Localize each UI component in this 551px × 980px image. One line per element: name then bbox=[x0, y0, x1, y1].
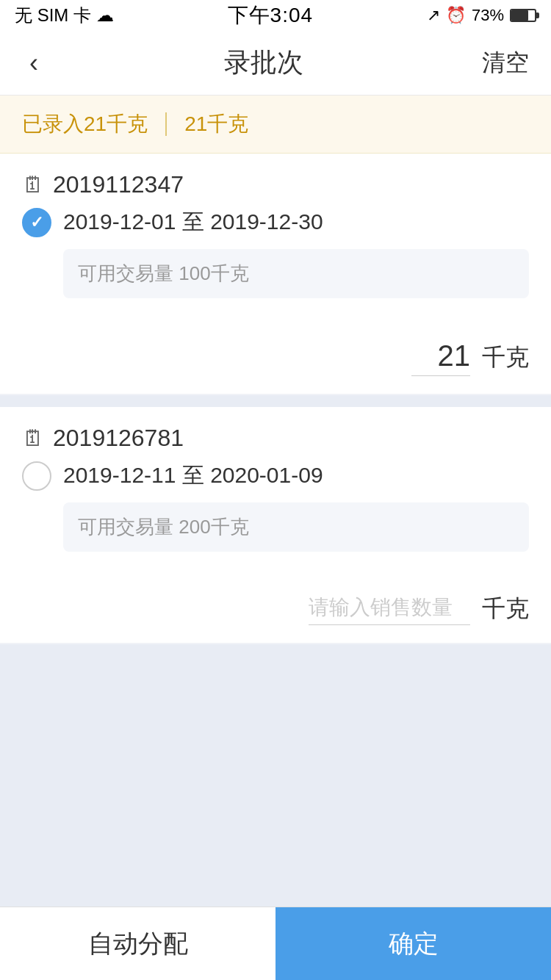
location-icon: ↗ bbox=[427, 6, 440, 25]
bottom-bar: 自动分配 确定 bbox=[0, 907, 551, 980]
batch1-card: 🗓 2019112347 2019-12-01 至 2019-12-30 可用交… bbox=[0, 154, 551, 394]
back-button[interactable]: ‹ bbox=[22, 40, 46, 86]
status-bar: 无 SIM 卡 ☁ 下午3:04 ↗ ⏰ 73% bbox=[0, 0, 551, 31]
total-amount: 21千克 bbox=[184, 110, 248, 138]
batch1-stock-box: 可用交易量 100千克 bbox=[63, 249, 529, 298]
alarm-icon: ⏰ bbox=[446, 6, 466, 25]
clear-button[interactable]: 清空 bbox=[482, 47, 529, 79]
batch2-quantity-input[interactable]: 请输入销售数量 bbox=[309, 594, 470, 625]
battery-percent: 73% bbox=[472, 6, 504, 25]
batch2-date: 2019-12-11 至 2020-01-09 bbox=[63, 461, 323, 491]
batch2-quantity-placeholder: 请输入销售数量 bbox=[309, 596, 453, 619]
empty-content-area bbox=[0, 644, 551, 938]
batch1-quantity-row: 21 千克 bbox=[0, 328, 551, 394]
batch1-quantity-value[interactable]: 21 bbox=[411, 339, 470, 376]
status-left: 无 SIM 卡 ☁ bbox=[15, 4, 114, 27]
batch2-icon: 🗓 bbox=[22, 426, 44, 451]
batch2-item: 🗓 2019126781 2019-12-11 至 2020-01-09 可用交… bbox=[0, 407, 551, 581]
batch1-unit: 千克 bbox=[482, 342, 529, 374]
banner-divider bbox=[165, 112, 167, 136]
info-banner: 已录入21千克 21千克 bbox=[0, 96, 551, 154]
batch1-header: 🗓 2019112347 bbox=[22, 171, 529, 198]
batch2-unit: 千克 bbox=[482, 593, 529, 625]
batch2-stock-text: 可用交易量 200千克 bbox=[78, 516, 249, 538]
batch1-item: 🗓 2019112347 2019-12-01 至 2019-12-30 可用交… bbox=[0, 154, 551, 328]
batch2-stock-box: 可用交易量 200千克 bbox=[63, 502, 529, 552]
auto-distribute-button[interactable]: 自动分配 bbox=[0, 907, 276, 980]
section-separator bbox=[0, 395, 551, 407]
batch1-icon: 🗓 bbox=[22, 173, 44, 198]
confirm-button[interactable]: 确定 bbox=[276, 907, 551, 980]
batch1-id: 2019112347 bbox=[53, 171, 184, 198]
batch2-card: 🗓 2019126781 2019-12-11 至 2020-01-09 可用交… bbox=[0, 407, 551, 643]
nav-bar: ‹ 录批次 清空 bbox=[0, 31, 551, 96]
batch2-radio[interactable] bbox=[22, 461, 51, 491]
batch2-id: 2019126781 bbox=[53, 425, 184, 452]
batch2-quantity-row: 请输入销售数量 千克 bbox=[0, 581, 551, 643]
batch1-date: 2019-12-01 至 2019-12-30 bbox=[63, 207, 323, 237]
status-right: ↗ ⏰ 73% bbox=[427, 6, 536, 25]
batch1-stock-text: 可用交易量 100千克 bbox=[78, 262, 249, 284]
batch2-header: 🗓 2019126781 bbox=[22, 425, 529, 452]
battery-icon bbox=[510, 9, 536, 22]
batch1-radio[interactable] bbox=[22, 208, 51, 237]
batch1-row[interactable]: 2019-12-01 至 2019-12-30 bbox=[22, 207, 529, 237]
status-time: 下午3:04 bbox=[228, 1, 314, 29]
page-title: 录批次 bbox=[224, 45, 303, 81]
no-sim-label: 无 SIM 卡 ☁ bbox=[15, 4, 114, 27]
recorded-amount: 已录入21千克 bbox=[22, 110, 148, 138]
batch2-row[interactable]: 2019-12-11 至 2020-01-09 bbox=[22, 461, 529, 491]
